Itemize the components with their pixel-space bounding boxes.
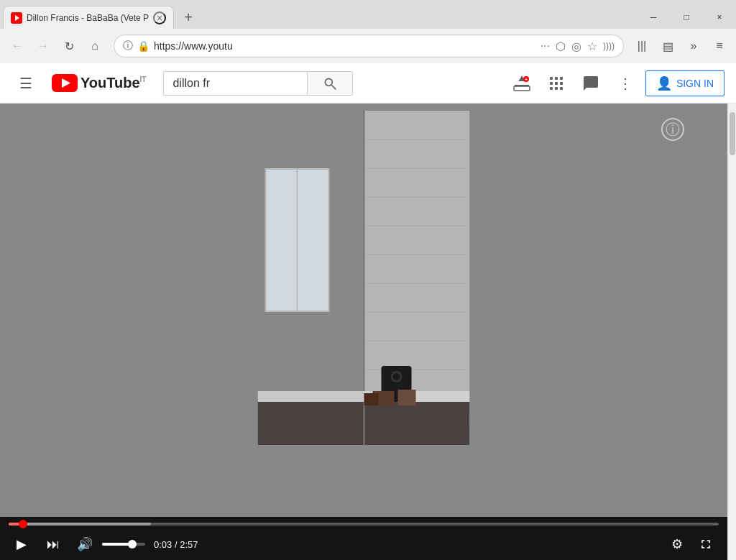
maximize-button[interactable]: □ bbox=[670, 6, 703, 29]
more-options-button[interactable]: ⋮ bbox=[611, 69, 640, 98]
svg-rect-13 bbox=[555, 77, 558, 80]
tab-close-button[interactable]: × bbox=[153, 12, 166, 24]
new-tab-button[interactable]: + bbox=[177, 6, 200, 29]
search-container bbox=[163, 71, 353, 96]
svg-rect-47 bbox=[398, 390, 416, 405]
progress-bar[interactable] bbox=[9, 523, 719, 525]
time-display: 0:03 / 2:57 bbox=[154, 539, 198, 550]
svg-rect-12 bbox=[550, 77, 553, 80]
apps-icon bbox=[548, 75, 565, 92]
address-bar-row: ← → ↻ ⌂ ⓘ 🔒 https://www.youtu ··· ⬡ ◎ ☆ … bbox=[0, 29, 736, 63]
lock-icon: 🔒 bbox=[137, 40, 150, 52]
svg-rect-37 bbox=[258, 391, 366, 402]
volume-button[interactable]: 🔊 bbox=[72, 531, 98, 557]
youtube-header: ☰ YouTubeIT + bbox=[0, 63, 736, 104]
youtube-logo[interactable]: YouTubeIT bbox=[52, 74, 146, 92]
apps-button[interactable] bbox=[542, 69, 571, 98]
svg-rect-19 bbox=[555, 87, 558, 90]
more-arrows-icon[interactable]: » bbox=[683, 35, 704, 57]
more-icon[interactable]: ··· bbox=[540, 40, 550, 52]
search-button[interactable] bbox=[307, 71, 353, 96]
settings-button[interactable]: ⚙ bbox=[664, 531, 690, 557]
messages-icon bbox=[582, 75, 599, 92]
window-controls: ─ □ × bbox=[637, 6, 736, 29]
upload-icon: + bbox=[513, 75, 530, 92]
browser-right-icons: ||| ▤ » ≡ bbox=[631, 35, 730, 57]
svg-text:+: + bbox=[525, 77, 528, 82]
svg-point-4 bbox=[326, 78, 333, 86]
browser-chrome: Dillon Francis - BaBaBa (Vete P × + ─ □ … bbox=[0, 0, 736, 63]
minimize-button[interactable]: ─ bbox=[637, 6, 670, 29]
more-dots-icon: ⋮ bbox=[618, 75, 632, 92]
svg-rect-17 bbox=[560, 82, 563, 85]
address-bar[interactable]: ⓘ 🔒 https://www.youtu ··· ⬡ ◎ ☆ )))) bbox=[114, 35, 624, 58]
url-text: https://www.youtu bbox=[154, 40, 536, 52]
hamburger-menu-icon[interactable]: ≡ bbox=[709, 35, 730, 57]
forward-button[interactable]: → bbox=[32, 35, 55, 58]
tab-title: Dillon Francis - BaBaBa (Vete P bbox=[27, 13, 149, 23]
upload-button[interactable]: + bbox=[507, 69, 536, 98]
video-controls-bar: ▶ ⏭ 🔊 0:03 / 2:57 bbox=[0, 517, 727, 560]
person-icon: 👤 bbox=[656, 75, 672, 91]
next-button[interactable]: ⏭ bbox=[40, 531, 66, 557]
rss-icon[interactable]: )))) bbox=[603, 41, 615, 51]
main-content: ⓘ ▶ ⏭ 🔊 bbox=[0, 104, 736, 560]
fullscreen-icon bbox=[699, 537, 713, 551]
library-icon[interactable]: ||| bbox=[631, 35, 653, 57]
video-frame: ⓘ bbox=[0, 104, 727, 560]
svg-line-5 bbox=[332, 85, 336, 89]
svg-rect-20 bbox=[560, 87, 563, 90]
tab-bar: Dillon Francis - BaBaBa (Vete P × + ─ □ … bbox=[0, 0, 736, 29]
back-button[interactable]: ← bbox=[6, 35, 29, 58]
buffered-bar bbox=[9, 523, 151, 525]
svg-rect-14 bbox=[560, 77, 563, 80]
volume-bar[interactable] bbox=[102, 543, 145, 546]
volume-handle[interactable] bbox=[128, 540, 137, 548]
youtube-logo-text: YouTubeIT bbox=[80, 75, 146, 91]
scrollbar bbox=[727, 104, 736, 560]
shield-icon[interactable]: ◎ bbox=[571, 40, 581, 53]
close-button[interactable]: × bbox=[703, 6, 736, 29]
hamburger-button[interactable]: ☰ bbox=[12, 69, 40, 98]
volume-control: 🔊 bbox=[72, 531, 145, 557]
room-scene-svg bbox=[258, 111, 470, 445]
reader-icon[interactable]: ▤ bbox=[657, 35, 678, 57]
info-icon: ⓘ bbox=[123, 40, 133, 52]
active-tab[interactable]: Dillon Francis - BaBaBa (Vete P × bbox=[3, 6, 174, 29]
right-controls: ⚙ bbox=[664, 531, 719, 557]
controls-row: ▶ ⏭ 🔊 0:03 / 2:57 bbox=[9, 531, 719, 557]
star-icon[interactable]: ☆ bbox=[587, 40, 597, 53]
svg-rect-18 bbox=[550, 87, 553, 90]
scrollbar-thumb[interactable] bbox=[730, 112, 735, 155]
svg-rect-8 bbox=[521, 76, 523, 81]
refresh-button[interactable]: ↻ bbox=[58, 35, 80, 58]
svg-point-45 bbox=[393, 373, 400, 380]
video-player[interactable]: ⓘ ▶ ⏭ 🔊 bbox=[0, 104, 727, 560]
address-bar-icons: ··· ⬡ ◎ ☆ )))) bbox=[540, 40, 615, 53]
search-icon bbox=[323, 76, 337, 91]
svg-rect-42 bbox=[265, 168, 330, 312]
youtube-logo-icon bbox=[52, 74, 78, 92]
tab-favicon bbox=[11, 12, 22, 24]
svg-rect-9 bbox=[514, 86, 530, 91]
info-overlay-button[interactable]: ⓘ bbox=[661, 118, 684, 141]
pocket-icon[interactable]: ⬡ bbox=[556, 40, 566, 53]
home-button[interactable]: ⌂ bbox=[83, 35, 106, 58]
svg-rect-15 bbox=[550, 82, 553, 85]
fullscreen-button[interactable] bbox=[693, 531, 719, 557]
search-input[interactable] bbox=[163, 71, 307, 96]
play-button[interactable]: ▶ bbox=[9, 531, 34, 557]
svg-rect-48 bbox=[364, 393, 379, 405]
progress-handle[interactable] bbox=[19, 520, 27, 528]
sign-in-button[interactable]: 👤 SIGN IN bbox=[645, 70, 724, 96]
messages-button[interactable] bbox=[576, 69, 605, 98]
svg-rect-16 bbox=[555, 82, 558, 85]
header-right: + ⋮ bbox=[507, 69, 724, 98]
